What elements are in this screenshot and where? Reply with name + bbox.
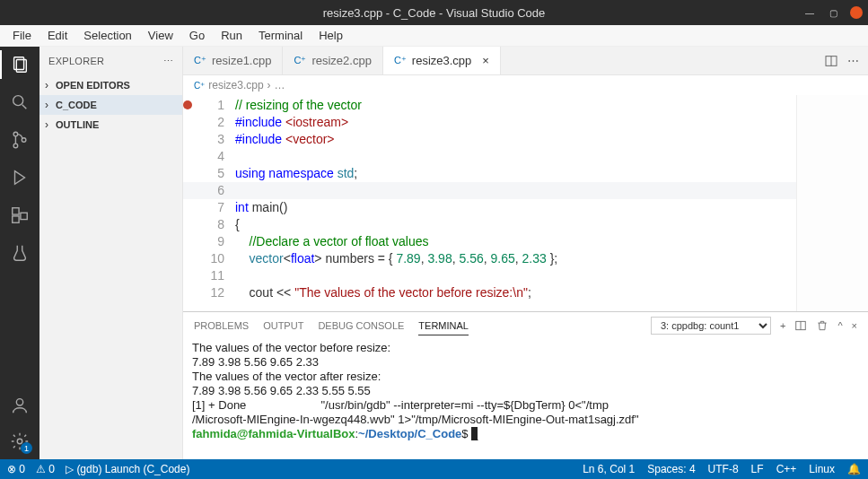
window-title: resize3.cpp - C_Code - Visual Studio Cod… bbox=[323, 6, 546, 20]
maximize-panel-icon[interactable]: ^ bbox=[837, 317, 842, 335]
source-control-icon[interactable] bbox=[9, 129, 31, 151]
sidebar-title: EXPLORER bbox=[48, 56, 104, 66]
svg-point-2 bbox=[13, 96, 23, 106]
menubar: FileEditSelectionViewGoRunTerminalHelp bbox=[0, 25, 868, 47]
close-tab-icon[interactable]: × bbox=[482, 54, 489, 67]
sidebar-section-c_code[interactable]: › C_CODE bbox=[39, 95, 182, 115]
tab-label: resize2.cpp bbox=[311, 54, 371, 67]
panel-tab-terminal[interactable]: TERMINAL bbox=[418, 317, 469, 335]
status-encoding[interactable]: UTF-8 bbox=[708, 463, 739, 475]
svg-rect-9 bbox=[13, 216, 19, 222]
statusbar: ⊗ 0 ⚠ 0 ▷ (gdb) Launch (C_Code) Ln 6, Co… bbox=[0, 459, 868, 479]
breadcrumb-sep: › bbox=[267, 79, 271, 91]
code-line[interactable]: 2#include <iostream> bbox=[183, 114, 868, 131]
code-editor[interactable]: 1// resizing of the vector2#include <ios… bbox=[183, 95, 868, 311]
breadcrumb-file: resize3.cpp bbox=[208, 79, 263, 91]
status-cursor[interactable]: Ln 6, Col 1 bbox=[583, 463, 635, 475]
sidebar-section-outline[interactable]: › OUTLINE bbox=[39, 115, 182, 135]
terminal-output[interactable]: The values of the vector before resize:7… bbox=[183, 339, 868, 459]
sidebar-section-open-editors[interactable]: › OPEN EDITORS bbox=[39, 75, 182, 95]
editor-area: C⁺resize1.cppC⁺resize2.cppC⁺resize3.cpp×… bbox=[183, 47, 868, 459]
menu-file[interactable]: File bbox=[5, 27, 39, 44]
new-terminal-icon[interactable]: + bbox=[780, 317, 785, 335]
status-lang[interactable]: C++ bbox=[776, 463, 797, 475]
search-icon[interactable] bbox=[9, 91, 31, 113]
tab-label: resize3.cpp bbox=[412, 54, 471, 67]
split-editor-icon[interactable] bbox=[824, 54, 838, 68]
menu-selection[interactable]: Selection bbox=[76, 27, 138, 44]
minimize-button[interactable]: — bbox=[803, 6, 816, 19]
panel-tab-problems[interactable]: PROBLEMS bbox=[194, 317, 249, 335]
maximize-button[interactable]: ▢ bbox=[827, 6, 839, 19]
menu-edit[interactable]: Edit bbox=[40, 27, 75, 44]
sidebar-header: EXPLORER ⋯ bbox=[39, 47, 182, 75]
panel-tab-debug-console[interactable]: DEBUG CONSOLE bbox=[318, 317, 404, 335]
close-button[interactable] bbox=[850, 6, 863, 19]
settings-badge: 1 bbox=[21, 442, 32, 454]
test-icon[interactable] bbox=[9, 242, 31, 264]
status-warnings[interactable]: ⚠ 0 bbox=[36, 463, 55, 475]
split-terminal-icon[interactable] bbox=[794, 316, 807, 335]
sidebar-more-icon[interactable]: ⋯ bbox=[163, 56, 173, 67]
breakpoint-icon[interactable] bbox=[183, 100, 192, 109]
editor-more-icon[interactable]: ⋯ bbox=[847, 54, 859, 67]
chevron-right-icon: › bbox=[45, 99, 56, 111]
code-line[interactable]: 8{ bbox=[183, 216, 868, 233]
code-line[interactable]: 1// resizing of the vector bbox=[183, 97, 868, 114]
menu-run[interactable]: Run bbox=[214, 27, 250, 44]
code-line[interactable]: 12 cout << "The values of the vector bef… bbox=[183, 284, 868, 301]
tabs: C⁺resize1.cppC⁺resize2.cppC⁺resize3.cpp×… bbox=[183, 47, 868, 75]
breadcrumb-more: … bbox=[275, 79, 285, 91]
svg-point-11 bbox=[16, 399, 22, 405]
code-line[interactable]: 9 //Declare a vector of float values bbox=[183, 233, 868, 250]
breadcrumb[interactable]: C⁺ resize3.cpp › … bbox=[183, 75, 868, 95]
panel-tabs: PROBLEMSOUTPUTDEBUG CONSOLETERMINAL 3: c… bbox=[183, 312, 868, 339]
svg-point-4 bbox=[13, 132, 18, 136]
code-line[interactable]: 6 bbox=[183, 182, 868, 199]
titlebar: resize3.cpp - C_Code - Visual Studio Cod… bbox=[0, 0, 868, 25]
panel: PROBLEMSOUTPUTDEBUG CONSOLETERMINAL 3: c… bbox=[183, 311, 868, 459]
code-line[interactable]: 7int main() bbox=[183, 199, 868, 216]
menu-view[interactable]: View bbox=[141, 27, 180, 44]
file-icon: C⁺ bbox=[294, 55, 306, 66]
status-errors[interactable]: ⊗ 0 bbox=[7, 463, 25, 475]
chevron-right-icon: › bbox=[45, 79, 56, 91]
tab-label: resize1.cpp bbox=[212, 54, 271, 67]
status-spaces[interactable]: Spaces: 4 bbox=[647, 463, 695, 475]
code-line[interactable]: 4 bbox=[183, 148, 868, 165]
kill-terminal-icon[interactable] bbox=[816, 316, 829, 335]
svg-line-3 bbox=[22, 105, 27, 109]
status-bell-icon[interactable]: 🔔 bbox=[847, 463, 861, 475]
status-eol[interactable]: LF bbox=[751, 463, 764, 475]
status-os[interactable]: Linux bbox=[809, 463, 835, 475]
sidebar: EXPLORER ⋯ › OPEN EDITORS› C_CODE› OUTLI… bbox=[39, 47, 183, 459]
tab-resize2-cpp[interactable]: C⁺resize2.cpp bbox=[283, 47, 382, 74]
chevron-right-icon: › bbox=[45, 118, 56, 131]
file-icon: C⁺ bbox=[394, 55, 407, 66]
account-icon[interactable] bbox=[9, 395, 31, 416]
tab-resize3-cpp[interactable]: C⁺resize3.cpp× bbox=[383, 47, 501, 74]
explorer-icon[interactable] bbox=[9, 54, 31, 75]
svg-marker-7 bbox=[15, 171, 25, 185]
file-icon: C⁺ bbox=[194, 55, 206, 66]
extensions-icon[interactable] bbox=[9, 205, 31, 226]
status-launch[interactable]: ▷ (gdb) Launch (C_Code) bbox=[66, 463, 189, 475]
code-line[interactable]: 10 vector<float> numbers = { 7.89, 3.98,… bbox=[183, 250, 868, 267]
menu-go[interactable]: Go bbox=[182, 27, 212, 44]
menu-terminal[interactable]: Terminal bbox=[251, 27, 310, 44]
tab-resize1-cpp[interactable]: C⁺resize1.cpp bbox=[183, 47, 283, 74]
svg-rect-10 bbox=[21, 213, 27, 219]
settings-icon[interactable]: 1 bbox=[9, 431, 31, 452]
svg-rect-8 bbox=[13, 208, 19, 214]
code-line[interactable]: 3#include <vector> bbox=[183, 131, 868, 148]
code-line[interactable]: 5using namespace std; bbox=[183, 165, 868, 182]
panel-tab-output[interactable]: OUTPUT bbox=[263, 317, 303, 335]
close-panel-icon[interactable]: × bbox=[852, 317, 857, 335]
code-line[interactable]: 11 bbox=[183, 267, 868, 284]
minimap[interactable] bbox=[796, 95, 868, 311]
terminal-select[interactable]: 3: cppdbg: count1 bbox=[651, 317, 771, 335]
activity-bar: 1 bbox=[0, 47, 39, 459]
menu-help[interactable]: Help bbox=[311, 27, 350, 44]
run-debug-icon[interactable] bbox=[9, 167, 31, 188]
window-controls: — ▢ bbox=[803, 6, 863, 19]
